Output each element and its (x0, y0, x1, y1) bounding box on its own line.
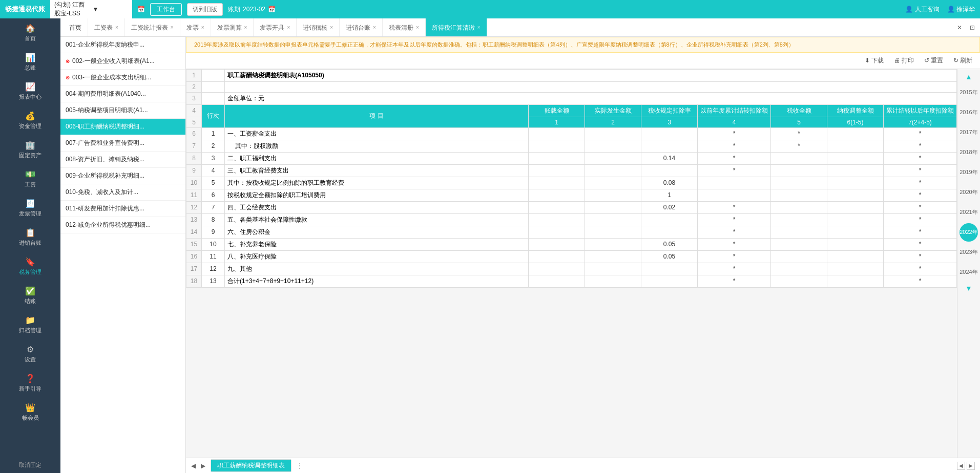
print-button[interactable]: 🖨 打印 (891, 55, 916, 66)
year-btn-2023[interactable]: 2023年 (960, 243, 978, 262)
sidebar-item-funds[interactable]: 💰 资金管理 (0, 106, 60, 135)
form-list-item-002[interactable]: ⊗ 002-一般企业收入明细表(A1... (60, 53, 185, 70)
year-btn-2022[interactable]: 2022年 (960, 223, 978, 242)
bottom-bar: ◀ ▶ 职工薪酬纳税调整明细表 ⋮ ◀ ▶ (186, 458, 980, 473)
user-avatar[interactable]: 👤 徐泽华 (947, 5, 975, 14)
sidebar-item-invoice[interactable]: 🧾 发票管理 (0, 193, 60, 223)
tab-purchase-ledger-close-icon[interactable]: × (373, 18, 376, 37)
year-scroll-up-btn[interactable]: ▲ (961, 72, 976, 82)
table-row: 9 4 三、职工教育经费支出 * (186, 164, 957, 177)
tab-invoice[interactable]: 发票 × (180, 18, 211, 37)
tab-close-all-icon[interactable]: ✕ (954, 24, 965, 31)
tab-salary-close-icon[interactable]: × (115, 18, 118, 37)
year-btn-2021[interactable]: 2021年 (960, 203, 978, 222)
form-list-item-012[interactable]: 012-减免企业所得税优惠明细... (60, 217, 185, 233)
download-button[interactable]: ⬇ 下载 (862, 55, 886, 66)
cell-9-c7: * (884, 164, 957, 177)
form-list-item-006[interactable]: 006-职工薪酬纳税调整明细... (60, 119, 185, 135)
year-scroll-down-btn[interactable]: ▼ (961, 283, 976, 293)
form-list-item-007[interactable]: 007-广告费和业务宣传费明... (60, 135, 185, 152)
sheet-tab[interactable]: 职工薪酬纳税调整明细表 (211, 459, 291, 472)
scroll-right-icon[interactable]: ▶ (967, 462, 975, 470)
tab-income-tax-close-icon[interactable]: × (477, 18, 481, 37)
form-list-item-001[interactable]: 001-企业所得税年度纳税申... (60, 37, 185, 53)
cancel-fixed-btn[interactable]: 取消固定 (0, 457, 60, 473)
tab-salary-table[interactable]: 工资表 × (88, 18, 125, 37)
cell-8-c5 (771, 152, 827, 164)
form-list-item-003[interactable]: ⊗ 003-一般企业成本支出明细... (60, 70, 185, 86)
cell-11-c7: * (884, 189, 957, 201)
tab-purchase-ledger[interactable]: 进销台账 × (340, 18, 383, 37)
form-list-panel: 001-企业所得税年度纳税申... ⊗ 002-一般企业收入明细表(A1... … (60, 37, 186, 473)
sidebar-item-purchase-sales[interactable]: 📋 进销台账 (0, 223, 60, 252)
cell-18-project: 合计(1+3+4+7+8+9+10+11+12) (225, 275, 529, 287)
sidebar-item-member[interactable]: 👑 畅会员 (0, 398, 60, 427)
sidebar-item-close[interactable]: ✅ 结账 (0, 281, 60, 310)
sheet-nav-left-icon[interactable]: ◀ (191, 462, 196, 469)
sidebar-item-assets[interactable]: 🏢 固定资产 (0, 135, 60, 164)
cell-17-linenum: 12 (202, 263, 225, 275)
reset-button[interactable]: ↺ 重置 (922, 55, 946, 66)
tab-invoice-calc-close-icon[interactable]: × (244, 18, 247, 37)
cell-3-A (202, 92, 225, 104)
tab-tax-table-close-icon[interactable]: × (416, 18, 419, 37)
year-btn-2017[interactable]: 2017年 (960, 123, 978, 142)
data-table: 1 职工薪酬纳税调整明细表(A105050) (186, 69, 957, 288)
tab-home[interactable]: 首页 (63, 18, 88, 37)
customer-service-btn[interactable]: 👤 人工客询 (905, 5, 939, 14)
cell-15-linenum: 10 (202, 238, 225, 250)
tab-income-tax[interactable]: 所得税汇算清缴 × (426, 18, 487, 37)
tab-salary-report-close-icon[interactable]: × (171, 18, 174, 37)
form-list-item-008[interactable]: 008-资产折旧、摊销及纳税... (60, 152, 185, 168)
form-list-label-009: 009-企业所得税税补充明细... (66, 171, 144, 180)
year-btn-2015[interactable]: 2015年 (960, 83, 978, 102)
year-btn-2016[interactable]: 2016年 (960, 103, 978, 122)
sidebar-item-guide[interactable]: ❓ 新手引导 (0, 369, 60, 398)
year-btn-2024[interactable]: 2024年 (960, 263, 978, 282)
sidebar-item-tax[interactable]: 🔖 税务管理 (0, 252, 60, 281)
sidebar-item-salary[interactable]: 💵 工资 (0, 164, 60, 193)
tab-invoice-close-icon[interactable]: × (201, 18, 204, 37)
tab-invoice-issue-close-icon[interactable]: × (287, 18, 290, 37)
scroll-controls: ◀ ▶ (957, 462, 975, 470)
company-select[interactable]: (勾划) 江西股宝-LSS ▼ (50, 0, 132, 19)
table-row: 18 13 合计(1+3+4+7+8+9+10+11+12) * (186, 275, 957, 287)
cell-9-c1 (529, 164, 585, 177)
year-btn-2019[interactable]: 2019年 (960, 163, 978, 182)
cell-10-project: 其中：按税收规定比例扣除的职工教育经费 (225, 177, 529, 189)
tab-purchase-check[interactable]: 进销稽核 × (297, 18, 340, 37)
sheet-more-icon[interactable]: ⋮ (297, 462, 303, 469)
refresh-button[interactable]: ↻ 刷新 (951, 55, 975, 66)
sidebar-item-ledger[interactable]: 📊 总账 (0, 48, 60, 77)
spreadsheet-container[interactable]: 1 职工薪酬纳税调整明细表(A105050) (186, 69, 957, 458)
sidebar-label-archive: 归档管理 (19, 327, 41, 334)
row-num-2: 2 (186, 81, 202, 92)
sidebar-label-guide: 新手引导 (19, 385, 41, 393)
tab-purchase-check-close-icon[interactable]: × (330, 18, 333, 37)
year-btn-2018[interactable]: 2018年 (960, 143, 978, 162)
sidebar-item-settings[interactable]: ⚙ 设置 (0, 339, 60, 369)
workbench-button[interactable]: 工作台 (150, 3, 182, 16)
sheet-nav-right-icon[interactable]: ▶ (201, 462, 205, 469)
cell-12-c3: 0.02 (641, 201, 698, 213)
form-list-item-009[interactable]: 009-企业所得税税补充明细... (60, 168, 185, 184)
tab-invoice-issue[interactable]: 发票开具 × (254, 18, 297, 37)
tab-invoice-calc[interactable]: 发票测算 × (211, 18, 254, 37)
form-list-item-010[interactable]: 010-免税、减收入及加计... (60, 184, 185, 201)
form-list-item-011[interactable]: 011-研发费用加计扣除优惠... (60, 201, 185, 217)
sidebar-item-home[interactable]: 🏠 首页 (0, 18, 60, 48)
year-btn-2020[interactable]: 2020年 (960, 183, 978, 202)
tab-tax-table[interactable]: 税表清册 × (383, 18, 426, 37)
scroll-left-icon[interactable]: ◀ (957, 462, 965, 470)
sidebar-label-purchase-sales: 进销台账 (19, 239, 41, 247)
sidebar-item-archive[interactable]: 📁 归档管理 (0, 310, 60, 339)
old-version-button[interactable]: 切到旧版 (187, 3, 223, 16)
sidebar-item-reports[interactable]: 📈 报表中心 (0, 77, 60, 106)
cell-7-project: 其中：股权激励 (225, 140, 529, 152)
form-list-item-004[interactable]: 004-期间费用明细表(A1040... (60, 86, 185, 102)
form-list-item-005[interactable]: 005-纳税调整项目明细表(A1... (60, 102, 185, 119)
table-row-header1: 4 行次 项 目 账载全额 实际发生金额 税收规定扣除率 以前年度累计结转扣除额… (186, 104, 957, 117)
cell-8-c3: 0.14 (641, 152, 698, 164)
tab-salary-report[interactable]: 工资统计报表 × (125, 18, 180, 37)
tab-maximize-icon[interactable]: ⊡ (967, 24, 977, 31)
